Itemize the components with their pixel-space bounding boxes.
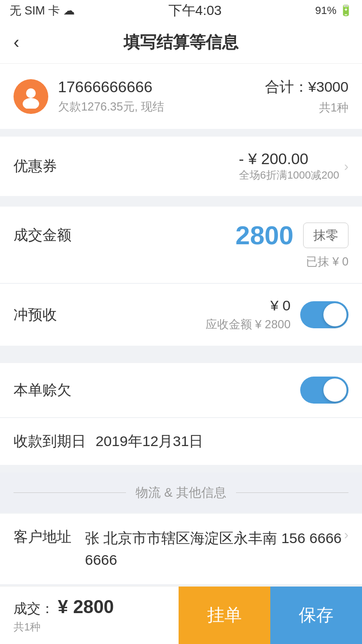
bottom-summary: 成交： ¥ 2800 共1种 [0, 597, 179, 634]
duedate-value: 2019年12月31日 [96, 432, 203, 451]
address-value: 张 北京市市辖区海淀区永丰南 156 6666 6666 [85, 527, 344, 571]
save-button[interactable]: 保存 [270, 587, 362, 644]
debt-label: 本单赊欠 [14, 380, 71, 400]
svg-point-1 [23, 98, 39, 109]
chevron-right-icon: › [344, 159, 348, 174]
address-section[interactable]: 客户地址 张 北京市市辖区海淀区永丰南 156 6666 6666 › [0, 514, 362, 584]
prepay-section: 冲预收 ¥ 0 应收金额 ¥ 2800 [0, 284, 362, 346]
prepay-receivable: 应收金额 ¥ 2800 [206, 317, 291, 332]
address-chevron-icon: › [344, 527, 348, 543]
bottom-deal-amount: ¥ 2800 [58, 597, 114, 617]
customer-info: 17666666666 欠款1276.35元, 现结 [58, 78, 164, 114]
logistics-header: 物流 & 其他信息 [0, 473, 362, 513]
prepay-label: 冲预收 [14, 305, 57, 325]
logistics-line-left [14, 492, 126, 493]
nav-bar: ‹ 填写结算等信息 [0, 21, 362, 64]
toggle-thumb [323, 303, 347, 326]
battery-icon: 🔋 [339, 4, 352, 17]
battery-label: 91% [315, 4, 336, 17]
status-right: 91% 🔋 [315, 4, 352, 17]
coupon-row[interactable]: 优惠券 - ¥ 200.00 全场6折满1000减200 › [0, 137, 362, 196]
section-divider-2 [0, 346, 362, 355]
total-count: 共1种 [265, 100, 348, 115]
section-divider-1 [0, 197, 362, 207]
coupon-desc: 全场6折满1000减200 [239, 168, 339, 182]
prepay-right: ¥ 0 应收金额 ¥ 2800 [206, 297, 348, 332]
back-button[interactable]: ‹ [14, 32, 19, 53]
coupon-right: - ¥ 200.00 全场6折满1000减200 › [239, 150, 348, 182]
amount-section: 成交金额 2800 抹零 已抹 ¥ 0 [0, 207, 362, 283]
prepay-info: ¥ 0 应收金额 ¥ 2800 [206, 297, 291, 332]
customer-card: 17666666666 欠款1276.35元, 现结 合计：¥3000 共1种 [0, 64, 362, 129]
bottom-count: 共1种 [14, 620, 165, 634]
debt-toggle-thumb [323, 378, 347, 402]
logistics-title: 物流 & 其他信息 [126, 484, 236, 501]
avatar [14, 79, 48, 114]
prepay-amount: ¥ 0 [206, 297, 291, 314]
debt-section: 本单赊欠 [0, 363, 362, 417]
sim-label: 无 SIM 卡 ☁ [10, 3, 75, 18]
main-content: 17666666666 欠款1276.35元, 现结 合计：¥3000 共1种 … [0, 64, 362, 644]
page-title: 填写结算等信息 [124, 31, 238, 54]
prepay-toggle[interactable] [300, 301, 348, 328]
amount-label: 成交金额 [14, 225, 71, 245]
coupon-label: 优惠券 [14, 156, 57, 176]
debt-toggle[interactable] [300, 377, 348, 404]
amount-row: 成交金额 2800 抹零 [14, 220, 348, 250]
status-time: 下午4:03 [168, 1, 222, 20]
amount-sub: 已抹 ¥ 0 [14, 254, 348, 269]
total-amount: 合计：¥3000 [265, 77, 348, 97]
svg-point-0 [26, 88, 36, 98]
amount-right: 2800 抹零 [236, 220, 348, 250]
address-label: 客户地址 [14, 527, 71, 547]
coupon-discount: - ¥ 200.00 [239, 150, 339, 168]
amount-value: 2800 [236, 220, 293, 250]
customer-phone: 17666666666 [58, 78, 164, 96]
duedate-label: 收款到期日 [14, 432, 86, 451]
customer-left: 17666666666 欠款1276.35元, 现结 [14, 78, 164, 114]
round-button[interactable]: 抹零 [303, 223, 348, 248]
customer-right: 合计：¥3000 共1种 [265, 77, 348, 115]
bottom-deal-label: 成交： [14, 601, 54, 616]
hang-button[interactable]: 挂单 [179, 587, 270, 644]
status-left: 无 SIM 卡 ☁ [10, 3, 75, 18]
logistics-line-right [236, 492, 348, 493]
bottom-bar: 成交： ¥ 2800 共1种 挂单 保存 [0, 586, 362, 644]
bottom-deal-row: 成交： ¥ 2800 [14, 597, 165, 618]
duedate-section: 收款到期日 2019年12月31日 [0, 418, 362, 465]
status-bar: 无 SIM 卡 ☁ 下午4:03 91% 🔋 [0, 0, 362, 21]
customer-debt: 欠款1276.35元, 现结 [58, 99, 164, 114]
